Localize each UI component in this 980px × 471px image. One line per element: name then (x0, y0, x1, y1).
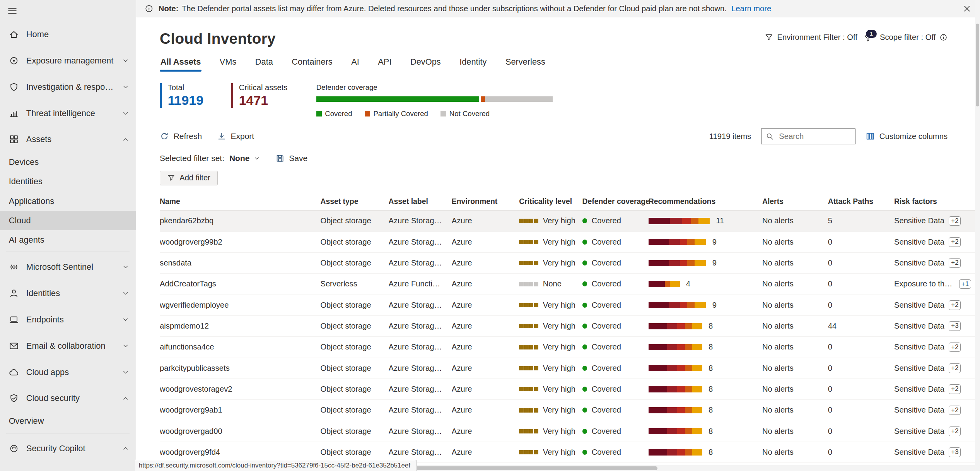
risk_factors-badge[interactable]: +2 (949, 426, 961, 436)
tab-devops[interactable]: DevOps (410, 55, 441, 74)
risk_factors-badge[interactable]: +1 (959, 279, 971, 289)
table-row[interactable]: sensdataObject storageAzure Storage acco… (160, 253, 980, 274)
sidebar-subitem-cloud[interactable]: Cloud (0, 211, 136, 230)
cell-asset_label: Azure Storage acco... (389, 216, 452, 225)
column-header-recommendations[interactable]: Recommendations (649, 197, 762, 206)
asset-name[interactable]: pkendar62bzbq (160, 216, 213, 225)
filter-badge-button[interactable]: 1 (864, 32, 874, 42)
tab-data[interactable]: Data (254, 55, 273, 74)
column-header-coverage[interactable]: Defender coverage (582, 197, 649, 206)
criticality-label: Very high (543, 216, 575, 225)
tab-serverless[interactable]: Serverless (505, 55, 546, 74)
risk_factors-badge[interactable]: +2 (949, 343, 961, 352)
learn-more-link[interactable]: Learn more (731, 4, 771, 13)
asset-name[interactable]: aifunctionsa4ce (160, 343, 214, 351)
asset_type-value: Object storage (320, 427, 371, 436)
search-input[interactable] (778, 131, 851, 141)
column-header-environment[interactable]: Environment (452, 197, 519, 206)
asset-name[interactable]: sensdata (160, 259, 191, 267)
table-row[interactable]: pkendar62bzbqObject storageAzure Storage… (160, 211, 980, 231)
table-row[interactable]: woodgroverg99b2Object storageAzure Stora… (160, 232, 980, 253)
table-row[interactable]: aispmdemo12Object storageAzure Storage a… (160, 316, 980, 337)
table-row[interactable]: AddCreatorTagsServerlessAzure Function A… (160, 274, 980, 295)
sidebar-item-threat-intelligence[interactable]: Threat intelligence (0, 100, 136, 127)
column-header-criticality[interactable]: Criticality level (519, 197, 582, 206)
table-row[interactable]: woodgrovestoragev2Object storageAzure St… (160, 379, 980, 400)
tab-vms[interactable]: VMs (219, 55, 237, 74)
tab-api[interactable]: API (377, 55, 392, 74)
asset-name[interactable]: aispmdemo12 (160, 322, 209, 331)
scope-filter-button[interactable]: Scope filter : Off (880, 33, 948, 42)
tab-containers[interactable]: Containers (291, 55, 333, 74)
alerts-value: No alerts (762, 279, 794, 288)
column-header-asset_type[interactable]: Asset type (320, 197, 388, 206)
risk_factors-badge[interactable]: +2 (949, 300, 961, 310)
cloudapps-icon (9, 367, 19, 377)
refresh-button[interactable]: Refresh (160, 132, 202, 141)
sidebar-item-home[interactable]: Home (0, 21, 136, 48)
risk_factors-badge[interactable]: +2 (949, 384, 961, 394)
asset-name[interactable]: woodgrovergad00 (160, 427, 222, 436)
sidebar-subitem-overview[interactable]: Overview (0, 411, 136, 431)
cell-asset_type: Object storage (320, 301, 388, 310)
table-row[interactable]: wgverifiedemployeeObject storageAzure St… (160, 295, 980, 316)
sidebar-subitem-ai-agents[interactable]: AI agents (0, 230, 136, 250)
save-button[interactable]: Save (275, 154, 307, 163)
sidebar-item-identities[interactable]: Identities (0, 280, 136, 307)
risk_factors-badge[interactable]: +3 (949, 321, 961, 331)
tab-all-assets[interactable]: All Assets (160, 55, 201, 74)
asset-name[interactable]: wgverifiedemployee (160, 301, 229, 310)
table-row[interactable]: parkcitypublicassetsObject storageAzure … (160, 358, 980, 379)
risk_factors-badge[interactable]: +2 (949, 363, 961, 373)
sidebar-item-investigation-response[interactable]: Investigation & response (0, 74, 136, 100)
environment-filter-button[interactable]: Environment Filter : Off (765, 33, 857, 42)
sidebar-item-microsoft-sentinel[interactable]: Microsoft Sentinel (0, 254, 136, 280)
column-header-asset_label[interactable]: Asset label (389, 197, 452, 206)
coverage-bar (316, 96, 553, 102)
column-header-attack_paths[interactable]: Attack Paths (828, 197, 894, 206)
sidebar-item-label: Cloud security (26, 393, 114, 403)
risk_factors-badge[interactable]: +2 (949, 216, 961, 226)
table-row[interactable]: woodgrovergad00Object storageAzure Stora… (160, 421, 980, 442)
asset-name[interactable]: AddCreatorTags (160, 279, 216, 288)
sidebar-item-exposure-management[interactable]: Exposure management (0, 48, 136, 74)
sidebar-item-security-copilot[interactable]: Security Copilot (0, 435, 136, 462)
risk_factors-badge[interactable]: +2 (949, 258, 961, 268)
sidebar-subitem-applications[interactable]: Applications (0, 192, 136, 211)
column-header-name[interactable]: Name (160, 197, 320, 206)
vertical-scroll-thumb[interactable] (976, 24, 980, 106)
table-row[interactable]: woodgroverg9ab1Object storageAzure Stora… (160, 400, 980, 421)
add-filter-button[interactable]: Add filter (160, 171, 218, 185)
tab-ai[interactable]: AI (351, 55, 360, 74)
customize-columns-button[interactable]: Customize columns (866, 132, 948, 141)
asset-name[interactable]: woodgrovestoragev2 (160, 385, 232, 394)
sidebar-subitem-identities[interactable]: Identities (0, 172, 136, 191)
sidebar-item-label: Cloud apps (26, 367, 114, 377)
asset-name[interactable]: woodgroverg9fd4 (160, 448, 220, 457)
attack_paths-value: 44 (828, 322, 837, 331)
sidebar-item-cloud-security[interactable]: Cloud security (0, 385, 136, 411)
menu-toggle[interactable] (0, 0, 136, 21)
export-button[interactable]: Export (217, 132, 254, 141)
asset-name[interactable]: parkcitypublicassets (160, 364, 230, 373)
sidebar-item-email-collaboration[interactable]: Email & collaboration (0, 333, 136, 359)
vertical-scrollbar[interactable] (975, 0, 980, 471)
cell-asset_type: Object storage (320, 238, 388, 247)
asset-name[interactable]: woodgroverg9ab1 (160, 406, 222, 414)
sidebar-subitem-devices[interactable]: Devices (0, 152, 136, 172)
recommendations-bar (649, 239, 706, 245)
filter-set-dropdown[interactable]: None (229, 154, 260, 163)
sidebar-item-endpoints[interactable]: Endpoints (0, 307, 136, 333)
risk_factors-badge[interactable]: +3 (949, 447, 961, 457)
risk_factors-badge[interactable]: +2 (949, 237, 961, 247)
column-header-risk_factors[interactable]: Risk factors (894, 197, 980, 206)
asset-name[interactable]: woodgroverg99b2 (160, 238, 222, 247)
close-icon[interactable] (963, 4, 971, 13)
criticality-label: None (543, 279, 562, 288)
sidebar-item-assets[interactable]: Assets (0, 126, 136, 152)
risk_factors-badge[interactable]: +2 (949, 406, 961, 415)
column-header-alerts[interactable]: Alerts (762, 197, 828, 206)
sidebar-item-cloud-apps[interactable]: Cloud apps (0, 359, 136, 385)
tab-identity[interactable]: Identity (459, 55, 488, 74)
table-row[interactable]: aifunctionsa4ceObject storageAzure Stora… (160, 337, 980, 358)
